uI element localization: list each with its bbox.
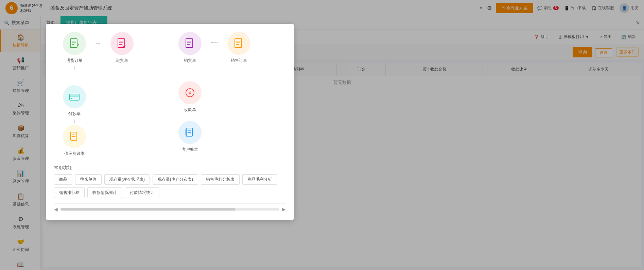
purchase-order-icon xyxy=(63,32,86,55)
flow-item-sales-receipt[interactable]: 销货单 xyxy=(170,32,210,64)
cf-btn-unit[interactable]: 往来单位 xyxy=(75,174,102,185)
sales-order-icon xyxy=(227,32,250,55)
v-arrow-3: ↓ xyxy=(189,65,191,70)
sales-order-label: 销售订单 xyxy=(231,58,247,64)
receipt-label: 收款单 xyxy=(184,107,196,113)
scroll-right-arrow[interactable]: ▶ xyxy=(282,206,286,212)
svg-rect-8 xyxy=(70,133,71,140)
svg-rect-0 xyxy=(70,39,77,48)
cf-title: 常用功能 xyxy=(54,165,286,171)
flow-item-supplier-ledger[interactable]: 供应商账本 xyxy=(54,125,95,157)
scroll-track[interactable] xyxy=(60,208,279,211)
v-arrow-4: ↓ xyxy=(189,114,191,120)
receipt-icon: ¥ xyxy=(178,81,202,104)
cf-buttons: 商品 往来单位 现存量(库存状况表) 现存量(库存分布表) 销售毛利分析表 商品… xyxy=(54,174,286,185)
supplier-ledger-label: 供应商账本 xyxy=(64,151,85,157)
svg-point-6 xyxy=(71,98,72,99)
cf-btn-sales-profit[interactable]: 销售毛利分析表 xyxy=(201,174,240,185)
cf-btn-stock-status[interactable]: 现存量(库存状况表) xyxy=(104,174,150,185)
v-arrow-1: ↓ xyxy=(73,65,76,70)
svg-rect-25 xyxy=(235,39,242,48)
sales-receipt-label: 销货单 xyxy=(184,58,196,64)
svg-rect-21 xyxy=(186,128,192,136)
sales-receipt-icon xyxy=(178,32,202,55)
svg-rect-4 xyxy=(70,94,79,100)
cf-btn-payment-stats[interactable]: 付款情况统计 xyxy=(125,187,159,198)
modal-scroll-bar: ◀ ▶ xyxy=(54,203,286,212)
purchase-receipt-label: 进货单 xyxy=(116,58,128,64)
flow-modal: 进货订单 ↓ 付款单 ↓ 供应商账本 xyxy=(46,24,294,220)
svg-rect-22 xyxy=(185,129,187,136)
cf-btn-stock-dist[interactable]: 现存量(库存分布表) xyxy=(153,174,198,185)
v-arrow-2: ↓ xyxy=(73,118,76,124)
flow-item-receipt[interactable]: ¥ 收款单 xyxy=(170,81,210,113)
cf-btn-product-profit[interactable]: 商品毛利分析 xyxy=(242,174,277,185)
supplier-ledger-icon xyxy=(63,125,86,148)
svg-rect-5 xyxy=(70,95,79,97)
payment-label: 付款单 xyxy=(68,111,81,117)
flow-item-payment[interactable]: 付款单 xyxy=(54,85,95,117)
flow-item-purchase-order[interactable]: 进货订单 xyxy=(54,32,95,64)
purchase-receipt-icon xyxy=(110,32,134,55)
cf-buttons-row2: 销售排行榜 收款情况统计 付款情况统计 xyxy=(54,187,286,198)
svg-rect-7 xyxy=(71,132,77,140)
modal-overlay: 进货订单 ↓ 付款单 ↓ 供应商账本 xyxy=(0,0,644,270)
flow-item-customer-ledger[interactable]: 客户账本 xyxy=(170,121,210,152)
svg-rect-15 xyxy=(186,39,193,48)
flow-item-purchase-receipt[interactable]: 进货单 xyxy=(102,32,142,64)
svg-text:¥: ¥ xyxy=(188,90,191,95)
flow-item-sales-order[interactable]: 销售订单 xyxy=(219,32,259,64)
purchase-order-label: 进货订单 xyxy=(66,58,83,64)
customer-ledger-label: 客户账本 xyxy=(182,147,198,152)
payment-icon xyxy=(63,85,86,108)
cf-btn-sales-rank[interactable]: 销售排行榜 xyxy=(54,187,85,198)
common-functions: 常用功能 商品 往来单位 现存量(库存状况表) 现存量(库存分布表) 销售毛利分… xyxy=(54,165,286,198)
scroll-thumb xyxy=(60,208,236,211)
customer-ledger-icon xyxy=(178,121,202,144)
scroll-left-arrow[interactable]: ◀ xyxy=(54,206,58,212)
flow-section: 进货订单 ↓ 付款单 ↓ 供应商账本 xyxy=(54,32,286,157)
cf-btn-receipt-stats[interactable]: 收款情况统计 xyxy=(87,187,122,198)
cf-btn-product[interactable]: 商品 xyxy=(54,174,72,185)
